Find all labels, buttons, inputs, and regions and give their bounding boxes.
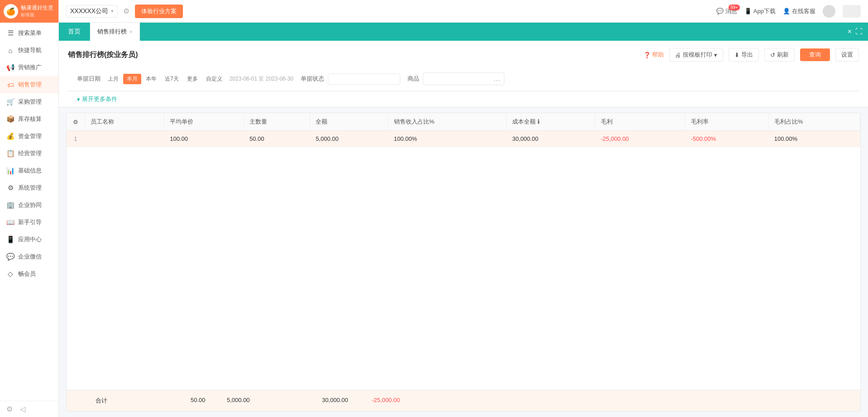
sidebar: 🍊 畅康通好生意 标准版 ☰搜索菜单⌂快捷导航📢营销推广🏷销售管理🛒采购管理📦库… [0,0,59,417]
cell-gross: -25,000.00 [595,131,685,147]
company-selector[interactable]: XXXXXX公司 ▾ [66,5,118,18]
tabbar-right: × ⛶ [842,23,868,41]
nav-label-marketing: 营销推广 [18,63,42,72]
cell-gross-ratio: 100.00% [768,131,860,147]
tab-close-window-icon[interactable]: × [848,28,852,36]
sidebar-item-capital[interactable]: 💰资金管理 [0,128,58,145]
online-service-button[interactable]: 👤 在线客服 [783,7,815,15]
expand-more-conditions[interactable]: ▾ 展开更多条件 [68,91,859,107]
collapse-icon[interactable]: ◁ [20,405,25,413]
sidebar-item-enterprise[interactable]: 🏢企业协同 [0,197,58,214]
logo-title: 畅康通好生意 [21,5,53,12]
app-download-button[interactable]: 📱 App下载 [744,7,776,15]
sidebar-item-guide[interactable]: 📖新手引导 [0,214,58,231]
logo-subtitle: 标准版 [21,12,53,18]
tab-home[interactable]: 首页 [59,23,90,41]
topbar-settings-icon[interactable]: ⚙ [123,7,129,15]
date-btn-自定义[interactable]: 自定义 [202,74,226,84]
col-settings-header[interactable]: ⚙ [67,113,85,131]
sidebar-item-marketing[interactable]: 📢营销推广 [0,59,58,76]
sidebar-item-search-order[interactable]: ☰搜索菜单 [0,24,58,42]
user-avatar[interactable] [823,5,835,18]
sidebar-item-app-center[interactable]: 📱应用中心 [0,231,58,248]
settings-button[interactable]: 设置 [835,48,859,62]
service-icon: 👤 [783,8,790,14]
status-select[interactable] [328,73,400,85]
user-name-area[interactable] [843,5,861,18]
sidebar-item-system[interactable]: ⚙系统管理 [0,179,58,197]
sidebar-item-operations[interactable]: 📋经营管理 [0,145,58,162]
date-filter-group: 单据日期 上月本月本年近7天更多自定义 2023-06-01 至 2023-06… [77,74,293,84]
cell-name [85,131,164,147]
export-button[interactable]: ⬇ 导出 [729,48,759,62]
cell-sales-ratio: 100.00% [388,131,507,147]
page-title: 销售排行榜(按业务员) [68,50,138,60]
tab-home-label: 首页 [68,28,81,36]
footer-qty: 50.00 [185,395,221,407]
sidebar-bottom: ⚙ ◁ [0,401,58,417]
tab-sales-rank-label: 销售排行榜 [97,28,127,36]
table-footer: 合计 50.00 5,000.00 30,000.00 -25,000.00 [67,390,860,411]
nav-icon-inventory: 📦 [6,115,14,123]
nav-icon-basic-info: 📊 [6,167,14,175]
page-title-row: 销售排行榜(按业务员) ❓ 帮助 🖨 按模板打印 ▾ ⬇ 导出 [68,48,859,62]
sidebar-item-member[interactable]: ◇畅会员 [0,265,58,283]
cell-cost: 30,000.00 [507,131,595,147]
footer-ratio-spacer [267,395,317,407]
status-filter-group: 单据状态 [301,73,400,85]
nav-icon-operations: 📋 [6,149,14,158]
message-button[interactable]: 💬 消息 99+ [716,7,737,15]
sidebar-logo: 🍊 畅康通好生意 标准版 [0,0,58,23]
date-btn-上月[interactable]: 上月 [104,74,122,84]
template-print-button[interactable]: 🖨 按模板打印 ▾ [669,48,723,62]
tab-sales-rank[interactable]: 销售排行榜 × [90,23,140,41]
date-btn-近7天[interactable]: 近7天 [161,74,182,84]
nav-label-guide: 新手引导 [18,218,42,226]
nav-icon-search-order: ☰ [6,29,14,37]
sidebar-item-quick-nav[interactable]: ⌂快捷导航 [0,42,58,59]
sidebar-item-basic-info[interactable]: 📊基础信息 [0,162,58,179]
sidebar-item-inventory[interactable]: 📦库存核算 [0,110,58,128]
filter-bar: 单据日期 上月本月本年近7天更多自定义 2023-06-01 至 2023-06… [68,67,859,91]
help-icon: ❓ [643,52,651,58]
export-icon: ⬇ [734,52,739,58]
col-qty-header: 主数量 [244,113,310,131]
footer-total-label: 合计 [90,395,144,407]
content-area: 销售排行榜(按业务员) ❓ 帮助 🖨 按模板打印 ▾ ⬇ 导出 [59,41,868,417]
goods-more-icon[interactable]: … [493,75,500,83]
table-area: ⚙ 员工名称 平均单价 主数量 全额 销售收入占比% 成本全额 ℹ 毛利 毛利率… [59,107,868,417]
print-chevron-icon: ▾ [714,52,717,58]
query-button[interactable]: 查询 [800,48,830,61]
goods-filter-group: 商品 … [408,72,504,85]
message-badge: 99+ [729,5,740,10]
table-wrap: ⚙ 员工名称 平均单价 主数量 全额 销售收入占比% 成本全额 ℹ 毛利 毛利率… [66,113,861,412]
refresh-button[interactable]: ↺ 刷新 [764,48,795,62]
nav-label-search-order: 搜索菜单 [18,29,42,37]
sidebar-item-sales[interactable]: 🏷销售管理 [0,76,58,93]
nav-icon-enterprise: 🏢 [6,201,14,209]
settings-bottom-icon[interactable]: ⚙ [6,405,13,413]
sidebar-item-purchase[interactable]: 🛒采购管理 [0,93,58,110]
company-name: XXXXXX公司 [70,7,108,15]
service-label: 在线客服 [792,7,815,15]
help-link[interactable]: ❓ 帮助 [643,51,664,59]
nav-label-app-center: 应用中心 [18,235,42,244]
status-filter-label: 单据状态 [301,75,324,83]
nav-label-capital: 资金管理 [18,132,42,140]
industry-solution-button[interactable]: 体验行业方案 [135,5,183,18]
col-amount-header: 全额 [310,113,388,131]
footer-avg-spacer [144,395,185,407]
nav-icon-guide: 📖 [6,218,14,226]
goods-input[interactable]: … [423,72,504,85]
page-header: 销售排行榜(按业务员) ❓ 帮助 🖨 按模板打印 ▾ ⬇ 导出 [59,41,868,107]
date-btn-本年[interactable]: 本年 [142,74,160,84]
sidebar-item-wechat[interactable]: 💬企业微信 [0,248,58,265]
date-btn-本月[interactable]: 本月 [123,74,141,84]
tab-close-icon[interactable]: × [129,29,132,34]
col-name-header: 员工名称 [85,113,164,131]
date-btn-更多[interactable]: 更多 [183,74,201,84]
nav-icon-quick-nav: ⌂ [6,47,14,54]
tab-fullscreen-icon[interactable]: ⛶ [855,28,863,36]
cell-qty: 50.00 [244,131,310,147]
footer-label [72,395,90,407]
